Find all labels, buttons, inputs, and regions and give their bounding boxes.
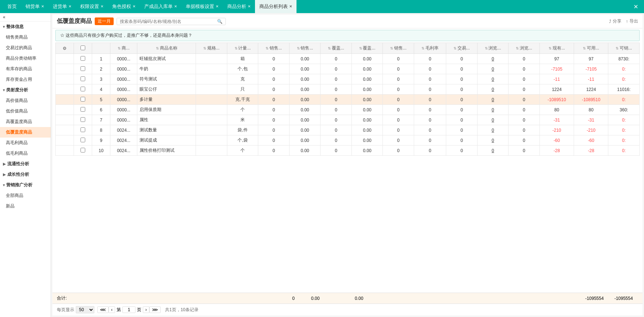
- spec-col-header[interactable]: 规格...: [196, 43, 227, 54]
- row-checkbox-cell[interactable]: [74, 95, 92, 105]
- sidebar-section-overall[interactable]: ▾ 整体信息: [0, 21, 51, 32]
- nav-permission[interactable]: 权限设置 ✕: [76, 0, 108, 13]
- sidebar-section-marketing[interactable]: ▾ 营销推广分析: [0, 180, 51, 190]
- available-col-header[interactable]: 可用...: [574, 43, 608, 54]
- row-browse1-cell[interactable]: 0: [477, 64, 508, 74]
- sidebar-section-flow[interactable]: ▶ 流通性分析: [0, 159, 51, 169]
- row-checkbox[interactable]: [80, 107, 85, 112]
- row-browse1-cell[interactable]: 0: [477, 84, 508, 95]
- browse-link[interactable]: 0: [492, 138, 494, 143]
- name-col-header[interactable]: 商品名称: [137, 43, 196, 54]
- browse-link[interactable]: 0: [492, 87, 494, 92]
- browse-link[interactable]: 0: [492, 118, 494, 123]
- sidebar-item-sales-goods[interactable]: 销售类商品: [0, 32, 51, 43]
- browse-link[interactable]: 0: [492, 107, 494, 112]
- unit-col-header[interactable]: 计量...: [227, 43, 258, 54]
- saleable-col-header[interactable]: 可销...: [608, 43, 640, 54]
- share-button[interactable]: ⤴ 分享: [609, 18, 621, 24]
- sidebar-item-high-coverage[interactable]: 高覆盖度商品: [0, 116, 51, 127]
- nav-sales[interactable]: 销货单 ✕: [21, 0, 48, 13]
- browse-link[interactable]: 0: [492, 67, 494, 72]
- sidebar-item-product-move[interactable]: 商品分类动销率: [0, 53, 51, 64]
- row-browse1-cell[interactable]: 0: [477, 95, 508, 105]
- code-col-header[interactable]: 商...: [110, 43, 137, 54]
- browse-link[interactable]: 0: [492, 128, 494, 133]
- nav-analysis-list[interactable]: 商品分析列表 ✕: [255, 0, 297, 13]
- sales-amt-col-header[interactable]: 销售...: [289, 43, 321, 54]
- sidebar-item-low-coverage[interactable]: 低覆盖度商品: [0, 127, 51, 138]
- sidebar-item-all-goods[interactable]: 全部商品: [0, 190, 51, 201]
- row-checkbox-cell[interactable]: [74, 64, 92, 74]
- prev-page-button[interactable]: ‹: [109, 306, 115, 313]
- sidebar-item-traded-goods[interactable]: 交易过的商品: [0, 43, 51, 53]
- sidebar-item-stock-money[interactable]: 库存资金占用: [0, 74, 51, 85]
- row-checkbox[interactable]: [80, 76, 85, 81]
- row-checkbox[interactable]: [80, 117, 85, 122]
- first-page-button[interactable]: ⋘: [97, 306, 109, 313]
- row-checkbox[interactable]: [80, 138, 85, 142]
- search-input[interactable]: [120, 19, 216, 24]
- row-checkbox-cell[interactable]: [74, 54, 92, 64]
- sidebar-item-high-value[interactable]: 高价值商品: [0, 95, 51, 106]
- nav-home[interactable]: 首页: [3, 0, 21, 13]
- sidebar-item-low-profit[interactable]: 低毛利商品: [0, 148, 51, 159]
- checkbox-col-header[interactable]: [74, 43, 92, 54]
- nav-template[interactable]: 单据模板设置 ✕: [181, 0, 223, 13]
- row-browse1-cell[interactable]: 0: [477, 135, 508, 146]
- export-button[interactable]: ↑ 导出: [626, 18, 638, 24]
- browse-link[interactable]: 0: [492, 97, 494, 102]
- row-checkbox-cell[interactable]: [74, 105, 92, 115]
- row-checkbox-cell[interactable]: [74, 146, 92, 156]
- browse-link[interactable]: 0: [492, 148, 494, 153]
- nav-warehouse[interactable]: 产成品入库单 ✕: [140, 0, 181, 13]
- row-browse1-cell[interactable]: 0: [477, 105, 508, 115]
- current-stock-col-header[interactable]: 现有...: [539, 43, 574, 54]
- sidebar-item-low-value[interactable]: 低价值商品: [0, 106, 51, 116]
- per-page-select[interactable]: 20 50 100: [76, 306, 94, 313]
- row-checkbox[interactable]: [80, 97, 85, 102]
- nav-analysis[interactable]: 商品分析 ✕: [223, 0, 255, 13]
- row-checkbox-cell[interactable]: [74, 74, 92, 84]
- period-button[interactable]: 近一月: [95, 17, 114, 25]
- row-checkbox-cell[interactable]: [74, 84, 92, 95]
- settings-col-header[interactable]: ⚙: [56, 43, 74, 54]
- last-page-button[interactable]: ⋙: [149, 306, 161, 313]
- sidebar-section-value[interactable]: ▾ 类射度分析: [0, 85, 51, 95]
- trade-col-header[interactable]: 交易...: [446, 43, 478, 54]
- nav-purchase[interactable]: 进货单 ✕: [48, 0, 76, 13]
- browse1-col-header[interactable]: 浏览...: [477, 43, 508, 54]
- coverage2-col-header[interactable]: 覆盖...: [352, 43, 383, 54]
- row-checkbox-cell[interactable]: [74, 125, 92, 135]
- gross-rate-col-header[interactable]: 毛利率: [414, 43, 446, 54]
- page-input[interactable]: [122, 306, 136, 313]
- row-browse1-cell[interactable]: 0: [477, 54, 508, 64]
- sidebar-collapse-icon[interactable]: «: [3, 15, 5, 20]
- sidebar-item-high-profit[interactable]: 高毛利商品: [0, 138, 51, 148]
- nav-role[interactable]: 角色授权 ✕: [108, 0, 140, 13]
- row-checkbox[interactable]: [80, 87, 85, 91]
- select-all-checkbox[interactable]: [80, 45, 85, 50]
- row-checkbox[interactable]: [80, 56, 85, 61]
- row-checkbox-cell[interactable]: [74, 115, 92, 125]
- row-browse1-cell[interactable]: 0: [477, 74, 508, 84]
- row-checkbox[interactable]: [80, 148, 85, 152]
- row-checkbox[interactable]: [80, 127, 85, 132]
- close-all-button[interactable]: ✕: [631, 3, 641, 10]
- row-checkbox[interactable]: [80, 66, 85, 71]
- browse-link[interactable]: 0: [492, 56, 494, 62]
- sidebar-section-growth[interactable]: ▶ 成长性分析: [0, 169, 51, 180]
- row-browse1-cell[interactable]: 0: [477, 125, 508, 135]
- row-browse1-cell[interactable]: 0: [477, 146, 508, 156]
- search-icon[interactable]: 🔍: [217, 19, 223, 24]
- browse2-col-header[interactable]: 浏览...: [508, 43, 540, 54]
- sales-qty-col-header[interactable]: 销售...: [258, 43, 290, 54]
- sidebar-item-stock-goods[interactable]: 有库存的商品: [0, 64, 51, 74]
- row-browse1-cell[interactable]: 0: [477, 115, 508, 125]
- settings-icon[interactable]: ⚙: [63, 46, 67, 51]
- browse-link[interactable]: 0: [492, 77, 494, 82]
- row-checkbox-cell[interactable]: [74, 135, 92, 146]
- sales-x-col-header[interactable]: 销售...: [383, 43, 414, 54]
- next-page-button[interactable]: ›: [143, 306, 149, 313]
- sidebar-item-new-goods[interactable]: 新品: [0, 201, 51, 211]
- coverage1-col-header[interactable]: 覆盖...: [321, 43, 352, 54]
